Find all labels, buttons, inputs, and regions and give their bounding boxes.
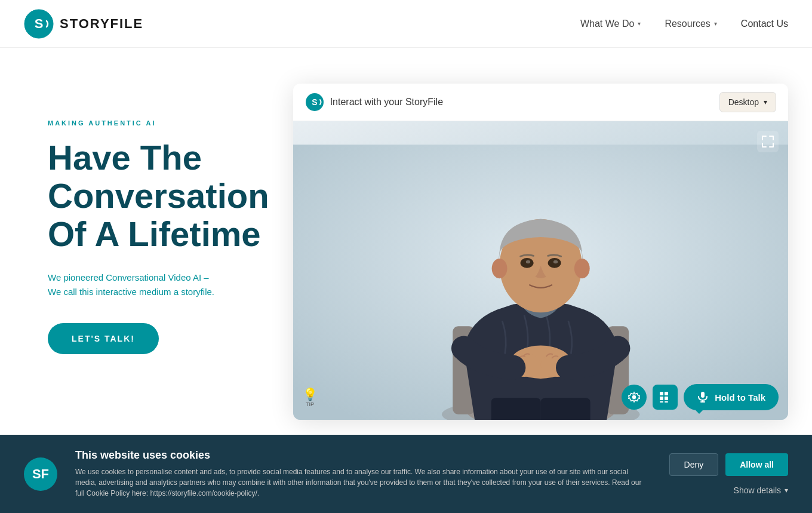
- navbar-nav: What We Do ▾ Resources ▾ Contact Us: [580, 19, 788, 29]
- hold-to-talk-button[interactable]: Hold to Talk: [684, 384, 779, 410]
- nav-item-resources[interactable]: Resources ▾: [665, 19, 716, 29]
- cookie-content: This website uses cookies We use cookies…: [75, 449, 651, 454]
- svg-rect-24: [660, 392, 663, 395]
- cookie-allow-button[interactable]: Allow all: [725, 453, 788, 454]
- widget-hint: 💡 TIP: [303, 387, 318, 407]
- widget-logo-icon: S: [305, 93, 324, 112]
- nav-item-contact-us[interactable]: Contact Us: [741, 19, 788, 29]
- svg-point-16: [574, 259, 590, 278]
- cookie-actions: Deny Allow all Show details ▾: [669, 453, 788, 454]
- widget-grid-button[interactable]: [653, 385, 678, 410]
- microphone-icon: [697, 391, 709, 403]
- svg-point-14: [553, 260, 558, 264]
- svg-point-15: [491, 259, 507, 278]
- widget-expand-button[interactable]: [757, 131, 779, 152]
- cookie-title: This website uses cookies: [75, 449, 651, 454]
- hero-section: MAKING AUTHENTIC AI Have The Conversatio…: [0, 48, 812, 454]
- chevron-down-icon: ▾: [764, 98, 767, 106]
- man-figure: [293, 121, 788, 420]
- widget-title: Interact with your StoryFile: [330, 97, 443, 107]
- svg-rect-26: [660, 397, 663, 400]
- widget-desktop-button[interactable]: Desktop ▾: [719, 92, 776, 112]
- cookie-buttons: Deny Allow all: [669, 453, 788, 454]
- cookie-banner: SF This website uses cookies We use cook…: [0, 435, 812, 454]
- hero-subtitle: MAKING AUTHENTIC AI: [48, 119, 269, 127]
- widget-header: S Interact with your StoryFile Desktop ▾: [293, 84, 788, 121]
- lightbulb-icon: 💡: [303, 387, 318, 401]
- expand-icon: [762, 136, 774, 148]
- logo[interactable]: S STORYFILE: [24, 9, 143, 39]
- widget-video-area: 💡 TIP: [293, 121, 788, 420]
- chevron-down-icon: ▾: [638, 20, 641, 27]
- svg-rect-27: [665, 397, 668, 400]
- cookie-deny-button[interactable]: Deny: [669, 453, 719, 454]
- svg-point-13: [525, 260, 530, 264]
- nav-item-what-we-do[interactable]: What We Do ▾: [580, 19, 641, 29]
- chevron-down-icon: ▾: [714, 20, 717, 27]
- widget-gear-button[interactable]: [622, 385, 647, 410]
- widget-bottom-bar: 💡 TIP: [303, 384, 779, 410]
- svg-rect-30: [701, 392, 705, 398]
- navbar: S STORYFILE What We Do ▾ Resources ▾ Con…: [0, 0, 812, 48]
- svg-rect-28: [660, 401, 663, 403]
- logo-icon: S: [24, 9, 54, 39]
- hint-text: TIP: [306, 401, 314, 407]
- svg-rect-29: [665, 401, 668, 403]
- lets-talk-button[interactable]: LET'S TALK!: [48, 323, 159, 354]
- storyfile-widget: S Interact with your StoryFile Desktop ▾: [293, 84, 788, 420]
- hero-description: We pioneered Conversational Video AI – W…: [48, 271, 269, 299]
- grid-icon: [659, 391, 671, 403]
- svg-rect-25: [665, 392, 668, 395]
- svg-text:S: S: [35, 16, 44, 31]
- widget-controls-right: Hold to Talk: [622, 384, 779, 410]
- gear-icon: [628, 391, 640, 403]
- hero-title: Have The Conversation Of A Lifetime: [48, 139, 269, 253]
- widget-header-left: S Interact with your StoryFile: [305, 93, 443, 112]
- logo-text: STORYFILE: [60, 16, 143, 32]
- hero-left: MAKING AUTHENTIC AI Have The Conversatio…: [48, 84, 269, 354]
- svg-text:S: S: [312, 97, 317, 107]
